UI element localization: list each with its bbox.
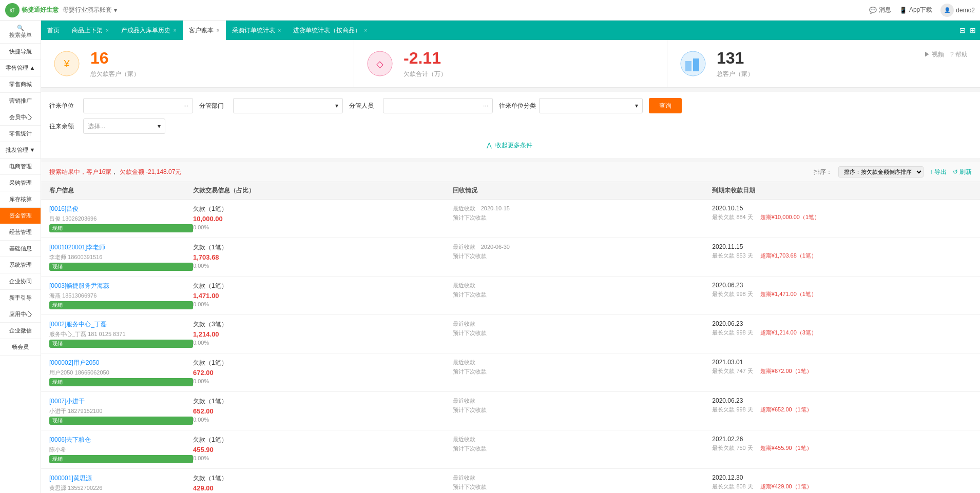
customer-id[interactable]: [0006]去下粮仓: [49, 436, 193, 444]
due-date-cell: 2021.02.26 最长欠款 750 天 超期¥455.90（1笔）: [712, 436, 972, 463]
customer-cell: [0006]去下粮仓 陈小希 现销: [49, 436, 193, 463]
dept-select[interactable]: ▾: [233, 98, 343, 113]
source-unit-input[interactable]: ···: [83, 98, 193, 113]
tab-close-icon[interactable]: ×: [106, 28, 109, 33]
debt-amount[interactable]: 1,703.68: [193, 253, 453, 261]
search-button[interactable]: 查询: [649, 98, 682, 113]
sidebar-item-purchase[interactable]: 采购管理: [0, 175, 41, 191]
debt-amount[interactable]: 10,000.00: [193, 215, 453, 223]
stat-number-customers: 16: [90, 49, 140, 68]
overdue-amount[interactable]: 超期¥455.90（1笔）: [760, 445, 812, 451]
customer-id[interactable]: [000002]用户2050: [49, 359, 193, 367]
tab-purchase-order[interactable]: 采购订单统计表 ×: [226, 21, 287, 40]
sidebar-item-wholesale[interactable]: 批发管理 ▼: [0, 142, 41, 159]
sidebar-item-members[interactable]: 会员中心: [0, 109, 41, 126]
customer-id[interactable]: [0002]服务中心_丁磊: [49, 320, 193, 329]
unit-category-select[interactable]: ▾: [539, 98, 643, 113]
customer-id[interactable]: [000001]黄思源: [49, 474, 193, 483]
sidebar-item-enterprise[interactable]: 企业协同: [0, 273, 41, 290]
guide-help-btn[interactable]: ? 帮助: [950, 50, 968, 59]
customer-id[interactable]: [0016]吕俊: [49, 205, 193, 213]
header-debt-info: 欠款交易信息（占比）: [193, 186, 453, 195]
stat-icon-total: [678, 48, 708, 79]
debt-cell: 欠款（1笔） 1,471.00 0.00%: [193, 282, 453, 309]
sidebar-item-vip[interactable]: 畅会员: [0, 339, 41, 356]
sidebar-item-retail-stats[interactable]: 零售统计: [0, 126, 41, 142]
sidebar-item-finance[interactable]: 资金管理: [0, 208, 41, 224]
sidebar-item-guide[interactable]: 新手引导: [0, 290, 41, 306]
overdue-days: 最长欠款 750 天 超期¥455.90（1笔）: [712, 444, 972, 452]
sidebar-item-wechat[interactable]: 企业微信: [0, 323, 41, 339]
overdue-amount[interactable]: 超期¥1,471.00（1笔）: [760, 291, 817, 297]
minimize-icon[interactable]: ⊟: [959, 26, 966, 34]
overdue-amount[interactable]: 超期¥10,000.00（1笔）: [760, 214, 820, 220]
company-select[interactable]: 母婴行业演示账套 ▾: [63, 6, 117, 14]
tab-close-icon[interactable]: ×: [217, 28, 220, 33]
tab-close-icon[interactable]: ×: [174, 28, 177, 33]
balance-select[interactable]: 选择... ▾: [83, 119, 165, 134]
sidebar-item-label: 零售商城: [9, 81, 32, 87]
sidebar-item-operation[interactable]: 经营管理: [0, 224, 41, 241]
sidebar-search[interactable]: 🔍 搜索菜单: [0, 21, 41, 44]
overdue-amount[interactable]: 超期¥1,214.00（3笔）: [760, 329, 817, 336]
sidebar-item-retail-mall[interactable]: 零售商城: [0, 76, 41, 93]
sidebar-item-inventory[interactable]: 库存核算: [0, 191, 41, 208]
debt-amount[interactable]: 429.00: [193, 484, 453, 492]
tab-close-icon[interactable]: ×: [278, 28, 281, 33]
stat-number-total: 131: [717, 49, 754, 68]
sidebar-item-retail-mgmt[interactable]: 零售管理 ▲: [0, 60, 41, 76]
overdue-amount[interactable]: 超期¥429.00（1笔）: [760, 483, 812, 489]
tab-close-icon[interactable]: ×: [364, 28, 367, 33]
due-date: 2021.03.01: [712, 359, 972, 366]
ellipsis-icon: ···: [483, 102, 488, 109]
sidebar-item-system[interactable]: 系统管理: [0, 257, 41, 273]
filter-unit-category: 往来单位分类 ▾: [499, 98, 643, 113]
tab-customer-account[interactable]: 客户账本 ×: [183, 21, 226, 40]
sidebar-item-basic-info[interactable]: 基础信息: [0, 241, 41, 257]
customer-id[interactable]: [0007]小进干: [49, 397, 193, 406]
debt-percent: 0.00%: [193, 378, 453, 384]
sidebar-item-app-center[interactable]: 应用中心: [0, 306, 41, 323]
debt-amount[interactable]: 455.90: [193, 446, 453, 453]
overdue-amount[interactable]: 超期¥672.00（1笔）: [760, 368, 812, 374]
results-prefix: 搜索结果中，客户16家: [49, 168, 111, 175]
maximize-icon[interactable]: ⊞: [970, 26, 976, 34]
tab-goods-publish[interactable]: 商品上下架 ×: [66, 21, 115, 40]
refresh-button[interactable]: ↺ 刷新: [953, 168, 972, 176]
customer-id[interactable]: [0001020001]李老师: [49, 243, 193, 252]
collapse-filters[interactable]: ⋀ 收起更多条件: [49, 139, 972, 152]
tab-purchase-stats[interactable]: 进货单统计表（按商品） ×: [287, 21, 373, 40]
sidebar-item-quick-nav[interactable]: 快捷导航: [0, 44, 41, 60]
app-download-button[interactable]: 📱 App下载: [899, 6, 932, 14]
tab-home[interactable]: 首页: [41, 21, 66, 40]
debt-amount[interactable]: 672.00: [193, 369, 453, 377]
app-download-label: App下载: [909, 6, 932, 14]
next-collect-label: 预计下次收款: [453, 445, 713, 452]
debt-amount[interactable]: 1,471.00: [193, 292, 453, 300]
sidebar-item-label: 电商管理: [9, 163, 32, 169]
user-profile[interactable]: 👤 demo2: [940, 4, 975, 17]
overdue-amount[interactable]: 超期¥652.00（1笔）: [760, 406, 812, 412]
customer-id[interactable]: [0003]畅捷服务尹海蕊: [49, 282, 193, 290]
debt-percent: 0.00%: [193, 263, 453, 269]
app-icon: 📱: [899, 7, 907, 14]
sidebar-item-label: 批发管理: [6, 147, 28, 153]
debt-amount[interactable]: 1,214.00: [193, 330, 453, 338]
sort-select[interactable]: 排序：按欠款金额倒序排序: [838, 166, 924, 178]
sidebar-item-marketing[interactable]: 营销推广: [0, 93, 41, 109]
collection-cell: 最近收款 预计下次收款: [453, 474, 713, 493]
recent-collect-label: 最近收款: [453, 397, 713, 405]
debt-amount[interactable]: 652.00: [193, 407, 453, 415]
debt-percent: 0.00%: [193, 455, 453, 461]
video-help-btn[interactable]: ▶ 视频: [924, 50, 944, 59]
sidebar-item-ecommerce[interactable]: 电商管理: [0, 159, 41, 175]
export-button[interactable]: ↑ 导出: [930, 168, 947, 176]
manager-input[interactable]: ···: [383, 98, 493, 113]
due-date: 2021.02.26: [712, 436, 972, 443]
message-button[interactable]: 💬 消息: [869, 6, 891, 14]
table-row: [000001]黄思源 黄思源 13552700226 现销 欠款（1笔） 42…: [41, 469, 980, 493]
customer-cell: [0001020001]李老师 李老师 18600391516 现销: [49, 243, 193, 271]
header-due-date: 到期未收款日期: [712, 186, 972, 195]
overdue-amount[interactable]: 超期¥1,703.68（1笔）: [760, 252, 817, 259]
tab-production-history[interactable]: 产成品入库单历史 ×: [115, 21, 183, 40]
